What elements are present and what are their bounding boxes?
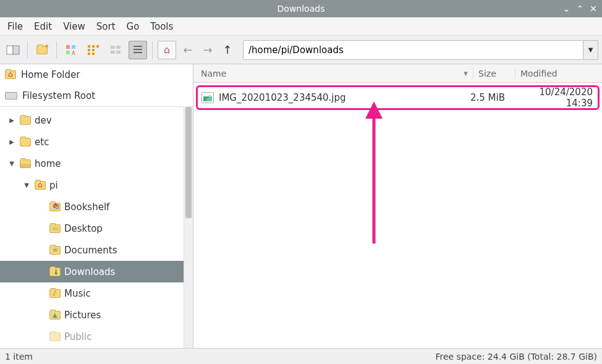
tree-item-documents[interactable]: Documents xyxy=(0,239,184,261)
column-modified[interactable]: Modified xyxy=(515,69,602,78)
tree-label: home xyxy=(35,158,61,169)
annotation-arrow-icon xyxy=(355,101,392,250)
toolbar: ✦ A ⌂ ← → ↑ ▼ xyxy=(0,36,602,64)
view-icons-icon: A xyxy=(65,44,77,56)
view-list-button[interactable] xyxy=(129,41,147,59)
tree-label: etc xyxy=(35,137,49,148)
tree-label: Bookshelf xyxy=(64,201,109,213)
view-compact-icon xyxy=(87,44,100,56)
tree-item-pi[interactable]: ▼ pi xyxy=(0,174,184,196)
folder-home-icon xyxy=(35,181,46,190)
svg-rect-0 xyxy=(7,46,13,54)
status-bar: 1 item Free space: 24.4 GiB (Total: 28.7… xyxy=(0,348,602,364)
expander-icon[interactable]: ▼ xyxy=(7,160,16,167)
tree-scrollbar[interactable] xyxy=(184,107,193,348)
expander-icon[interactable]: ▶ xyxy=(7,138,16,145)
column-label: Modified xyxy=(520,69,557,78)
new-tab-icon xyxy=(6,44,20,56)
tree-label: Desktop xyxy=(64,223,103,234)
sidebar: Home Folder Filesystem Root ▶ dev ▶ etc xyxy=(0,64,193,348)
tree-label: Pictures xyxy=(64,310,101,321)
view-list-icon xyxy=(132,44,144,56)
folder-icon xyxy=(20,116,31,125)
place-label: Filesystem Root xyxy=(22,90,95,101)
svg-rect-6 xyxy=(88,45,90,48)
folder-documents-icon xyxy=(49,246,61,255)
tree-item-bookshelf[interactable]: Bookshelf xyxy=(0,196,184,218)
tree-item-pictures[interactable]: Pictures xyxy=(0,304,184,326)
file-modified: 10/24/2020 14:39 xyxy=(510,87,596,109)
column-label: Size xyxy=(478,69,496,78)
tree-item-desktop[interactable]: Desktop xyxy=(0,218,184,239)
tree-item-home[interactable]: ▼ home xyxy=(0,153,184,174)
svg-rect-15 xyxy=(111,51,115,54)
annotation-highlight: IMG_20201023_234540.jpg 2.5 MiB 10/24/20… xyxy=(196,85,600,110)
folder-pictures-icon xyxy=(49,311,61,320)
maximize-icon[interactable]: ⌃ xyxy=(577,4,584,14)
menu-tools[interactable]: Tools xyxy=(145,19,178,35)
column-label: Name xyxy=(201,69,226,78)
svg-text:A: A xyxy=(72,51,75,56)
folder-music-icon xyxy=(49,289,61,298)
file-list[interactable]: IMG_20201023_234540.jpg 2.5 MiB 10/24/20… xyxy=(193,83,602,348)
view-thumbnail-button[interactable] xyxy=(106,41,125,59)
file-size: 2.5 MiB xyxy=(468,92,510,103)
folder-bookshelf-icon xyxy=(49,203,61,211)
folder-home-icon xyxy=(5,70,16,79)
place-filesystem-root[interactable]: Filesystem Root xyxy=(0,85,193,106)
new-tab-button[interactable] xyxy=(4,41,22,59)
svg-rect-13 xyxy=(111,46,115,49)
folder-desktop-icon xyxy=(49,224,61,233)
view-compact-button[interactable] xyxy=(84,41,103,59)
places-panel: Home Folder Filesystem Root xyxy=(0,64,193,107)
column-headers: Name ▼ Size Modified xyxy=(193,64,602,83)
file-row[interactable]: IMG_20201023_234540.jpg 2.5 MiB 10/24/20… xyxy=(199,88,596,107)
tree-label: Documents xyxy=(64,245,117,256)
expander-icon[interactable]: ▼ xyxy=(22,182,31,188)
window-title: Downloads xyxy=(278,4,325,14)
menu-go[interactable]: Go xyxy=(122,19,145,35)
tree-label: Music xyxy=(64,288,91,299)
column-size[interactable]: Size xyxy=(473,69,515,78)
minimize-icon[interactable]: ⌄ xyxy=(563,4,570,14)
place-home-folder[interactable]: Home Folder xyxy=(0,64,193,85)
view-icons-button[interactable]: A xyxy=(62,41,80,59)
file-pane: Name ▼ Size Modified IMG_20201023_234540… xyxy=(193,64,602,348)
tree-item-etc[interactable]: ▶ etc xyxy=(0,131,184,153)
new-folder-button[interactable]: ✦ xyxy=(33,41,51,59)
column-name[interactable]: Name ▼ xyxy=(193,69,473,78)
drive-icon xyxy=(5,92,17,99)
path-input[interactable] xyxy=(243,40,583,60)
nav-forward-button[interactable]: → xyxy=(200,43,216,56)
svg-rect-8 xyxy=(88,53,90,55)
chevron-down-icon: ▼ xyxy=(588,46,593,53)
menu-view[interactable]: View xyxy=(58,19,90,35)
expander-icon[interactable]: ▶ xyxy=(7,117,16,124)
svg-rect-14 xyxy=(116,46,121,49)
view-thumbnail-icon xyxy=(109,44,122,56)
home-button[interactable]: ⌂ xyxy=(158,41,176,59)
close-icon[interactable]: ✕ xyxy=(590,4,597,14)
folder-downloads-icon xyxy=(49,268,61,276)
tree-item-dev[interactable]: ▶ dev xyxy=(0,109,184,131)
tree-item-downloads[interactable]: Downloads xyxy=(0,261,184,282)
svg-rect-12 xyxy=(96,45,99,48)
svg-rect-9 xyxy=(92,45,95,48)
svg-rect-3 xyxy=(72,45,75,49)
menu-sort[interactable]: Sort xyxy=(91,19,121,35)
menubar: File Edit View Sort Go Tools xyxy=(0,17,602,36)
window-titlebar: Downloads ⌄ ⌃ ✕ xyxy=(0,0,602,17)
new-folder-icon: ✦ xyxy=(36,46,48,54)
nav-back-button[interactable]: ← xyxy=(180,43,196,56)
scrollbar-thumb[interactable] xyxy=(185,107,192,218)
path-history-button[interactable]: ▼ xyxy=(583,40,598,60)
tree-item-public[interactable]: Public xyxy=(0,326,184,347)
svg-rect-4 xyxy=(66,51,70,54)
folder-icon xyxy=(49,332,61,341)
tree-label: pi xyxy=(49,180,58,191)
nav-up-button[interactable]: ↑ xyxy=(219,43,235,56)
tree-label: Public xyxy=(64,331,91,342)
menu-edit[interactable]: Edit xyxy=(29,19,57,35)
menu-file[interactable]: File xyxy=(2,19,28,35)
tree-item-music[interactable]: Music xyxy=(0,282,184,304)
